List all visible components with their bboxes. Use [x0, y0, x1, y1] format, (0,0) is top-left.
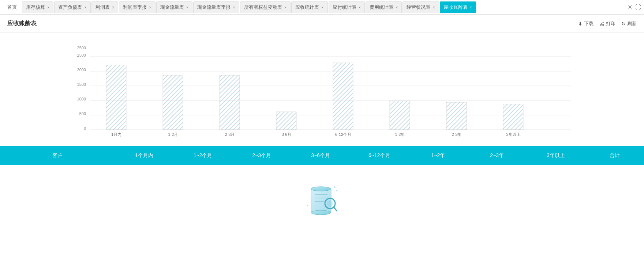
svg-text:500: 500 [79, 111, 86, 116]
tab-cashflow-close[interactable]: × [186, 5, 188, 9]
tab-aging[interactable]: 应收账龄表 × [440, 1, 476, 13]
tab-cashflow-quarterly-close[interactable]: × [233, 5, 235, 9]
bar-year2-3 [446, 102, 467, 130]
bar-month1 [106, 65, 126, 130]
svg-point-33 [307, 205, 308, 206]
col-header-month1-2: 1~2个月 [173, 152, 232, 159]
tab-balance-close[interactable]: × [84, 5, 86, 9]
svg-text:3年以上: 3年以上 [506, 132, 520, 137]
tab-operation-label: 经营状况表 [407, 4, 430, 11]
print-button[interactable]: 🖨 打印 [599, 20, 615, 27]
bar-month3-6 [276, 112, 296, 130]
svg-text:2000: 2000 [77, 68, 86, 72]
main-content: 0 500 1000 1500 2000 2500 2500 1月内 [0, 33, 644, 263]
table-body [0, 165, 644, 224]
tab-bar-actions: ✕ ⛶ [628, 4, 641, 11]
tab-receivable-stat-close[interactable]: × [321, 5, 323, 9]
col-header-month2-3: 2~3个月 [232, 152, 291, 159]
svg-text:3-6月: 3-6月 [282, 132, 292, 137]
svg-point-27 [311, 210, 331, 215]
tab-receivable-stat[interactable]: 应收统计表 × [291, 1, 327, 13]
bar-year1-2 [390, 101, 410, 130]
page-title: 应收账龄表 [7, 20, 37, 27]
col-header-year1-2: 1~2年 [409, 152, 468, 159]
tab-payable-stat[interactable]: 应付统计表 × [329, 1, 365, 13]
download-icon: ⬇ [578, 21, 583, 27]
download-label: 下载 [584, 20, 594, 27]
tab-cashflow[interactable]: 现金流量表 × [156, 1, 192, 13]
svg-text:2500: 2500 [77, 46, 86, 50]
tab-aging-label: 应收账龄表 [444, 4, 468, 11]
tab-profit-close[interactable]: × [112, 5, 114, 9]
tab-inventory[interactable]: 库存核算 × [22, 1, 53, 13]
svg-text:1-2月: 1-2月 [168, 132, 178, 137]
tab-payable-stat-close[interactable]: × [359, 5, 361, 9]
tab-operation-close[interactable]: × [433, 5, 435, 9]
svg-point-26 [311, 187, 331, 191]
tab-profit[interactable]: 利润表 × [91, 1, 118, 13]
tab-aging-close[interactable]: × [470, 5, 472, 9]
svg-text:2500: 2500 [77, 53, 86, 57]
svg-text:6-12个月: 6-12个月 [335, 132, 351, 137]
tab-balance[interactable]: 资产负债表 × [54, 1, 90, 13]
tab-expense-stat-label: 费用统计表 [370, 4, 393, 11]
tab-operation[interactable]: 经营状况表 × [402, 1, 439, 13]
tab-equity-label: 所有者权益变动表 [244, 4, 282, 11]
svg-rect-22 [311, 189, 331, 213]
window-close-icon[interactable]: ✕ [628, 4, 632, 11]
col-header-total: 合计 [585, 152, 644, 159]
col-header-month1: 1个月内 [115, 152, 173, 159]
svg-text:0: 0 [84, 126, 86, 130]
bar-month2-3 [220, 75, 240, 130]
svg-text:2-3年: 2-3年 [452, 132, 462, 137]
svg-text:1000: 1000 [77, 97, 86, 101]
tab-payable-stat-label: 应付统计表 [333, 4, 356, 11]
tab-expense-stat[interactable]: 费用统计表 × [366, 1, 402, 13]
tab-cashflow-quarterly[interactable]: 现金流量表季报 × [193, 1, 239, 13]
table-header: 客户 1个月内 1~2个月 2~3个月 3~6个月 6~12个月 1~2年 2~… [0, 146, 644, 165]
tab-expense-stat-close[interactable]: × [396, 5, 398, 9]
tab-home[interactable]: 首页 [3, 1, 21, 13]
chart-area: 0 500 1000 1500 2000 2500 2500 1月内 [0, 33, 644, 146]
empty-state [296, 172, 348, 224]
bar-month1-2 [163, 75, 183, 130]
tab-cashflow-label: 现金流量表 [160, 4, 184, 11]
empty-illustration [304, 180, 340, 216]
tab-inventory-close[interactable]: × [47, 5, 49, 9]
svg-line-30 [334, 207, 337, 211]
svg-point-31 [334, 186, 336, 188]
svg-point-32 [336, 190, 337, 191]
tab-profit-quarterly-close[interactable]: × [149, 5, 151, 9]
bar-month6-12 [333, 63, 353, 130]
svg-text:1-2年: 1-2年 [395, 132, 405, 137]
refresh-icon: ↻ [621, 21, 626, 27]
svg-text:1月内: 1月内 [111, 132, 121, 137]
col-header-month6-12: 6~12个月 [350, 152, 409, 159]
chart-container: 0 500 1000 1500 2000 2500 2500 1月内 [15, 40, 629, 142]
chart-svg: 0 500 1000 1500 2000 2500 2500 1月内 [15, 40, 629, 142]
bar-year3plus [503, 104, 523, 130]
tab-bar: 首页 库存核算 × 资产负债表 × 利润表 × 利润表季报 × 现金流量表 × … [0, 0, 644, 15]
col-header-year3plus: 3年以上 [527, 152, 585, 159]
download-button[interactable]: ⬇ 下载 [578, 20, 594, 27]
tab-cashflow-quarterly-label: 现金流量表季报 [197, 4, 231, 11]
window-maximize-icon[interactable]: ⛶ [635, 4, 641, 11]
col-header-customer: 客户 [0, 152, 115, 159]
col-header-month3-6: 3~6个月 [291, 152, 350, 159]
tab-receivable-stat-label: 应收统计表 [295, 4, 319, 11]
col-header-year2-3: 2~3年 [468, 152, 527, 159]
header-actions: ⬇ 下载 🖨 打印 ↻ 刷新 [578, 20, 637, 27]
tab-profit-quarterly[interactable]: 利润表季报 × [119, 1, 155, 13]
print-icon: 🖨 [599, 21, 604, 27]
tab-balance-label: 资产负债表 [58, 4, 82, 11]
svg-text:1500: 1500 [77, 82, 86, 87]
tab-profit-label: 利润表 [96, 4, 110, 11]
tab-inventory-label: 库存核算 [26, 4, 45, 11]
tab-equity[interactable]: 所有者权益变动表 × [240, 1, 291, 13]
refresh-button[interactable]: ↻ 刷新 [621, 20, 637, 27]
svg-text:2-3月: 2-3月 [225, 132, 235, 137]
tab-equity-close[interactable]: × [284, 5, 287, 9]
print-label: 打印 [606, 20, 615, 27]
svg-point-29 [327, 200, 333, 207]
tab-profit-quarterly-label: 利润表季报 [123, 4, 147, 11]
